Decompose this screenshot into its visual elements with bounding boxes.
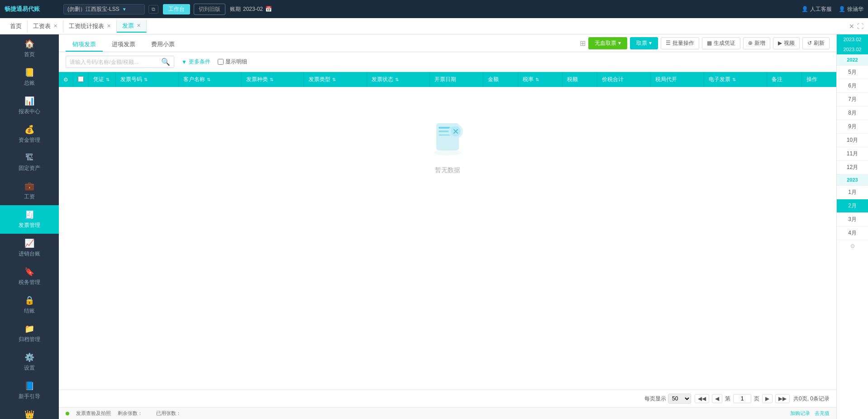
next-page-btn[interactable]: ▶ xyxy=(762,394,773,403)
no-cancel-btn[interactable]: 无血取票 ▾ xyxy=(588,37,627,49)
invoice-status-sort-icon[interactable]: ⇅ xyxy=(395,77,399,82)
sidebar-item-ledger[interactable]: 📒 总账 xyxy=(0,63,59,92)
date-month-2-active[interactable]: 2月 xyxy=(837,199,868,213)
invoice-cat-sort-icon[interactable]: ⇅ xyxy=(332,77,336,82)
date-month-6[interactable]: 6月 xyxy=(837,79,868,93)
date-month-12[interactable]: 12月 xyxy=(837,161,868,174)
sidebar-item-guide[interactable]: 📘 新手引导 xyxy=(0,376,59,405)
grid-view-icon[interactable]: ⊞ xyxy=(580,39,586,48)
date-month-3[interactable]: 3月 xyxy=(837,213,868,226)
last-page-btn[interactable]: ▶▶ xyxy=(775,394,790,403)
col-check[interactable] xyxy=(73,72,89,87)
sub-tab-expense[interactable]: 费用小票 xyxy=(144,38,181,52)
copy-button[interactable]: ⧉ xyxy=(148,5,158,14)
display-detail-label: 显示明细 xyxy=(225,58,247,66)
sidebar-item-closing[interactable]: 🔒 结账 xyxy=(0,291,59,319)
date-month-9[interactable]: 9月 xyxy=(837,120,868,134)
batch-ops-label: 批量操作 xyxy=(672,39,694,47)
col-settings[interactable]: ⚙ xyxy=(59,72,73,87)
company-selector[interactable]: (勿删）江西股宝-LSS ▼ xyxy=(63,4,145,14)
tab-salary-stats-close[interactable]: ✕ xyxy=(107,23,111,29)
new-label: 新增 xyxy=(754,39,765,47)
no-cancel-dropdown-icon: ▾ xyxy=(618,40,621,46)
voucher-sort-icon[interactable]: ⇅ xyxy=(106,77,110,82)
recharge-link[interactable]: 去充值 xyxy=(815,410,830,417)
ai-icon: 👤 xyxy=(801,6,808,12)
sub-tab-purchase[interactable]: 进项发票 xyxy=(105,38,142,52)
first-page-btn[interactable]: ◀◀ xyxy=(695,394,709,403)
tab-expand-btn[interactable]: ⛶ xyxy=(857,23,863,30)
switch-old-button[interactable]: 切到旧版 xyxy=(194,4,225,15)
sidebar-item-invoice[interactable]: 🧾 发票管理 xyxy=(0,205,59,234)
sidebar-item-tax[interactable]: 🔖 税务管理 xyxy=(0,262,59,291)
video-btn[interactable]: ▶ 视频 xyxy=(773,37,800,49)
report-icon: 📊 xyxy=(24,96,34,106)
new-btn[interactable]: ⊕ 新增 xyxy=(743,37,770,49)
page-nav: ◀◀ ◀ 第 页 ▶ ▶▶ xyxy=(695,394,790,403)
col-e-invoice: 电子发票 ⇅ xyxy=(704,72,767,87)
date-panel: 2023.02 2023.02 2022 5月 6月 7月 8月 9月 10月 … xyxy=(836,34,868,419)
take-btn[interactable]: 取票 ▾ xyxy=(630,37,658,49)
col-tax-rate: 税率 ⇅ xyxy=(518,72,563,87)
tab-salary-close[interactable]: ✕ xyxy=(53,23,57,29)
user-area[interactable]: 👤 徐涵华 xyxy=(839,5,863,13)
sidebar-item-member[interactable]: 👑 畅会员 xyxy=(0,405,59,419)
date-month-4[interactable]: 4月 xyxy=(837,226,868,240)
filter-icon: ▼ xyxy=(181,59,187,65)
sales-icon: 📈 xyxy=(24,238,34,248)
sub-tab-expense-label: 费用小票 xyxy=(151,41,175,48)
logo-text: 畅捷通易代账 xyxy=(5,5,40,13)
ai-service-btn[interactable]: 👤 人工客服 xyxy=(801,5,832,13)
page-size-dropdown[interactable]: 10 20 50 100 xyxy=(668,394,691,404)
date-month-8[interactable]: 8月 xyxy=(837,106,868,120)
search-input[interactable] xyxy=(70,59,159,65)
tab-invoice[interactable]: 发票 ✕ xyxy=(117,20,147,33)
sidebar-item-salary[interactable]: 💼 工资 xyxy=(0,177,59,205)
display-detail-wrap: 显示明细 xyxy=(218,58,247,66)
e-invoice-sort-icon[interactable]: ⇅ xyxy=(732,77,736,82)
check-status-dot xyxy=(66,412,69,415)
customer-sort-icon[interactable]: ⇅ xyxy=(207,77,210,82)
sidebar-item-settings[interactable]: ⚙️ 设置 xyxy=(0,348,59,376)
date-month-11[interactable]: 11月 xyxy=(837,147,868,161)
sidebar-item-assets[interactable]: 🏗 固定资产 xyxy=(0,149,59,177)
tab-close-all-btn[interactable]: ✕ xyxy=(849,23,854,30)
date-month-5[interactable]: 5月 xyxy=(837,66,868,79)
invoice-type-sort-icon[interactable]: ⇅ xyxy=(270,77,273,82)
tab-salary-stats[interactable]: 工资统计报表 ✕ xyxy=(63,20,117,32)
date-month-10[interactable]: 10月 xyxy=(837,134,868,147)
sidebar-item-home[interactable]: 🏠 首页 xyxy=(0,34,59,63)
tab-invoice-close[interactable]: ✕ xyxy=(137,23,141,29)
date-month-7[interactable]: 7月 xyxy=(837,93,868,106)
tab-salary[interactable]: 工资表 ✕ xyxy=(28,20,63,32)
sidebar-item-archive[interactable]: 📁 归档管理 xyxy=(0,319,59,348)
tab-home[interactable]: 首页 xyxy=(5,20,28,32)
col-tax-rate-label: 税率 xyxy=(523,76,534,83)
sub-tab-sales[interactable]: 销项发票 xyxy=(66,38,103,52)
gen-voucher-btn[interactable]: ▦ 生成凭证 xyxy=(702,37,740,49)
purchase-history-link[interactable]: 加购记录 xyxy=(790,410,810,417)
display-detail-checkbox[interactable] xyxy=(218,59,224,65)
sidebar-label-home: 首页 xyxy=(24,51,35,58)
page-input[interactable] xyxy=(733,394,751,403)
filter-btn[interactable]: ▼ 更多条件 xyxy=(179,57,213,67)
refresh-icon: ↺ xyxy=(807,40,812,46)
invoice-table: ⚙ 凭证 ⇅ xyxy=(59,72,836,87)
take-label: 取票 xyxy=(636,39,647,47)
refresh-btn[interactable]: ↺ 刷新 xyxy=(802,37,830,49)
date-panel-header-2[interactable]: 2023.02 xyxy=(837,44,868,54)
select-all-checkbox[interactable] xyxy=(78,76,84,82)
col-open-date-label: 开票日期 xyxy=(434,76,456,82)
prev-page-btn[interactable]: ◀ xyxy=(712,394,722,403)
sidebar-item-report[interactable]: 📊 报表中心 xyxy=(0,92,59,120)
archive-icon: 📁 xyxy=(24,324,34,334)
tax-rate-sort-icon[interactable]: ⇅ xyxy=(535,77,539,82)
date-month-1[interactable]: 1月 xyxy=(837,186,868,199)
invoice-no-sort-icon[interactable]: ⇅ xyxy=(144,77,148,82)
date-panel-header-1[interactable]: 2023.02 xyxy=(837,34,868,44)
workspace-button[interactable]: 工作台 xyxy=(163,4,190,14)
sidebar-item-fund[interactable]: 💰 资金管理 xyxy=(0,120,59,149)
date-panel-bottom-icon[interactable]: ⊙ xyxy=(837,240,868,252)
batch-ops-btn[interactable]: ☰ 批量操作 xyxy=(661,37,699,49)
sidebar-item-sales[interactable]: 📈 进销台账 xyxy=(0,234,59,262)
